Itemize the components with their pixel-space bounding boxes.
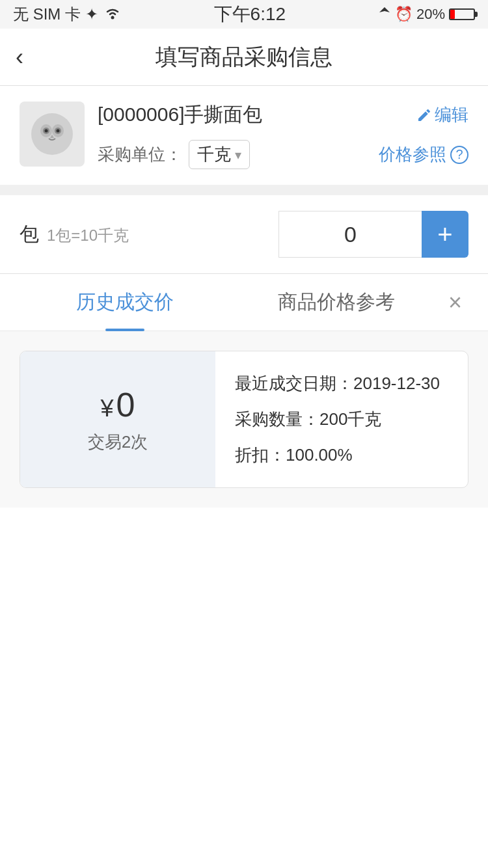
price-card-left: ¥ 0 交易2次 <box>20 351 215 487</box>
svg-point-0 <box>111 16 114 20</box>
quantity-row-detail: 采购数量：200千克 <box>235 407 448 432</box>
status-bar: 无 SIM 卡 ✦ 下午6:12 ⏰ 20% <box>0 0 488 29</box>
plus-button[interactable]: + <box>422 211 468 258</box>
product-info: [0000006]手撕面包 编辑 采购单位： 千克 ▾ 价格参照 ? <box>98 102 468 169</box>
product-card: [0000006]手撕面包 编辑 采购单位： 千克 ▾ 价格参照 ? <box>0 86 488 185</box>
dropdown-arrow: ▾ <box>235 147 241 163</box>
nav-bar: ‹ 填写商品采购信息 <box>0 29 488 86</box>
tab-underline <box>105 329 144 331</box>
help-icon: ? <box>450 146 468 164</box>
status-time: 下午6:12 <box>214 2 286 27</box>
svg-point-6 <box>45 129 48 133</box>
page-title: 填写商品采购信息 <box>156 42 332 72</box>
section-divider <box>0 185 488 195</box>
product-name: [0000006]手撕面包 <box>98 102 262 128</box>
network-label: 无 SIM 卡 ✦ <box>13 4 98 25</box>
unit-big-label: 包 <box>20 221 39 248</box>
tab-price-reference[interactable]: 商品价格参考 <box>230 274 441 331</box>
svg-point-1 <box>31 113 73 155</box>
product-title-row: [0000006]手撕面包 编辑 <box>98 102 468 128</box>
alarm-icon: ⏰ <box>395 6 413 23</box>
price-ref-button[interactable]: 价格参照 ? <box>379 143 468 166</box>
wifi-icon <box>103 5 122 23</box>
unit-sub-label: 1包=10千克 <box>47 225 129 246</box>
back-button[interactable]: ‹ <box>16 44 23 71</box>
svg-point-7 <box>57 129 60 133</box>
battery-icon <box>449 8 475 20</box>
price-card-right: 最近成交日期：2019-12-30 采购数量：200千克 折扣：100.00% <box>215 351 468 487</box>
date-row: 最近成交日期：2019-12-30 <box>235 371 448 396</box>
trade-count: 交易2次 <box>88 431 148 454</box>
unit-label: 采购单位： <box>98 143 182 166</box>
quantity-input[interactable]: 0 <box>278 211 422 258</box>
battery-percent: 20% <box>416 6 445 23</box>
history-section: ¥ 0 交易2次 最近成交日期：2019-12-30 采购数量：200千克 折扣… <box>0 331 488 508</box>
currency-symbol: ¥ <box>101 395 114 422</box>
status-right: ⏰ 20% <box>378 6 475 23</box>
product-unit-row: 采购单位： 千克 ▾ 价格参照 ? <box>98 140 468 169</box>
close-button[interactable]: × <box>442 289 468 316</box>
content-area <box>0 508 488 868</box>
price-amount: 0 <box>116 385 135 424</box>
status-left: 无 SIM 卡 ✦ <box>13 4 122 25</box>
quantity-row: 包 1包=10千克 0 + <box>0 195 488 273</box>
product-thumbnail <box>20 102 85 167</box>
discount-row: 折扣：100.00% <box>235 442 448 468</box>
tabs-bar: 历史成交价 商品价格参考 × <box>0 273 488 331</box>
tab-history-price[interactable]: 历史成交价 <box>20 274 230 331</box>
price-display: ¥ 0 <box>101 385 135 424</box>
unit-selector[interactable]: 千克 ▾ <box>189 140 250 169</box>
edit-button[interactable]: 编辑 <box>416 103 468 126</box>
quantity-left: 包 1包=10千克 <box>20 221 129 248</box>
gps-icon <box>378 6 391 23</box>
quantity-input-wrap: 0 + <box>278 211 468 258</box>
price-card: ¥ 0 交易2次 最近成交日期：2019-12-30 采购数量：200千克 折扣… <box>20 351 468 488</box>
